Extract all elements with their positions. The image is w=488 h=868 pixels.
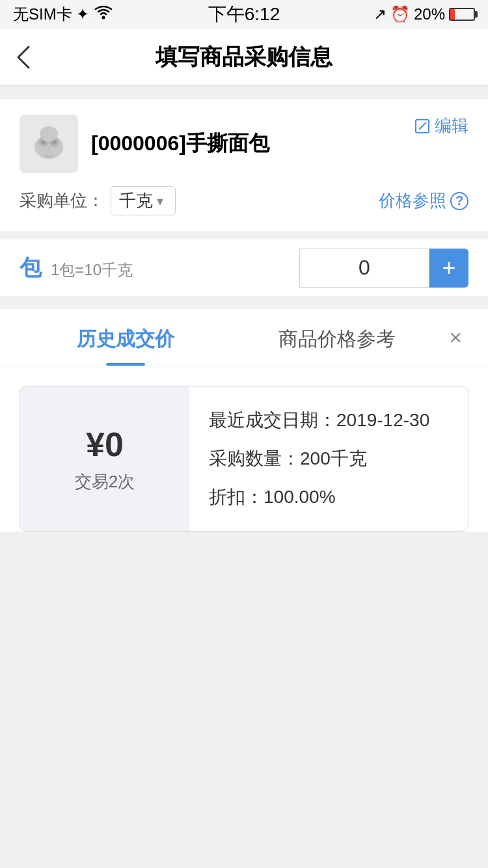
history-qty-value: 200千克 [300, 448, 367, 468]
wifi-icon [94, 5, 113, 23]
history-discount-label: 折扣： [209, 487, 264, 507]
history-trades: 交易2次 [75, 470, 135, 493]
chevron-down-icon: ▾ [157, 193, 163, 209]
svg-line-10 [424, 122, 426, 124]
qty-unit-big: 包 [20, 253, 42, 283]
product-row2: 采购单位： 千克 ▾ 价格参照 ? [20, 186, 468, 215]
product-title: 手撕面包 [186, 131, 269, 155]
battery-percent: 20% [414, 5, 445, 23]
qty-label-group: 包 1包=10千克 [20, 253, 133, 283]
product-thumbnail [20, 115, 78, 173]
status-time: 下午6:12 [208, 2, 280, 27]
carrier-text: 无SIM卡 ✦ [13, 4, 89, 25]
product-left: [0000006]手撕面包 [20, 115, 269, 173]
tab-active-indicator [106, 363, 145, 366]
status-left: 无SIM卡 ✦ [13, 4, 113, 25]
svg-line-9 [419, 124, 424, 129]
history-price: ¥0 [86, 425, 124, 464]
history-right: 最近成交日期：2019-12-30 采购数量：200千克 折扣：100.00% [189, 387, 468, 531]
tab-history-price[interactable]: 历史成交价 [20, 309, 231, 366]
svg-point-0 [102, 16, 105, 20]
product-section: [0000006]手撕面包 编辑 采购单位： 千克 ▾ [0, 99, 488, 231]
qty-plus-button[interactable]: + [429, 249, 468, 288]
back-button[interactable] [16, 44, 31, 70]
status-bar: 无SIM卡 ✦ 下午6:12 ↗ ⏰ 20% [0, 0, 488, 29]
product-id: [0000006] [91, 131, 186, 155]
svg-point-6 [40, 126, 58, 142]
tab-close-button[interactable]: × [442, 312, 468, 363]
alarm-icon: ⏰ [390, 5, 410, 23]
nav-bar: 填写商品采购信息 [0, 29, 488, 86]
qty-sub-label: 1包=10千克 [51, 260, 133, 280]
history-date-label: 最近成交日期： [209, 410, 336, 430]
tabs-section: 历史成交价 商品价格参考 × ¥0 交易2次 最近成交日期：2019-12-30 [0, 309, 488, 532]
qty-input-group: + [299, 249, 468, 288]
main-content: [0000006]手撕面包 编辑 采购单位： 千克 ▾ [0, 99, 488, 554]
history-discount-value: 100.00% [264, 487, 336, 507]
info-icon: ? [450, 192, 468, 210]
history-qty-row: 采购数量：200千克 [209, 444, 448, 474]
battery-icon [449, 8, 475, 21]
history-left: ¥0 交易2次 [20, 387, 189, 531]
edit-button[interactable]: 编辑 [414, 115, 468, 137]
tab-product-price-ref[interactable]: 商品价格参考 [231, 309, 442, 366]
history-date-value: 2019-12-30 [336, 410, 429, 430]
unit-label: 采购单位： 千克 ▾ [20, 186, 176, 215]
history-qty-label: 采购数量： [209, 448, 300, 468]
status-right: ↗ ⏰ 20% [373, 5, 475, 23]
unit-select[interactable]: 千克 ▾ [111, 186, 176, 215]
page-title: 填写商品采购信息 [156, 42, 332, 72]
location-icon: ↗ [373, 5, 386, 23]
product-header: [0000006]手撕面包 编辑 [20, 115, 468, 173]
product-name: [0000006]手撕面包 [91, 129, 269, 158]
quantity-input[interactable] [299, 249, 429, 288]
history-date-row: 最近成交日期：2019-12-30 [209, 406, 448, 435]
history-card: ¥0 交易2次 最近成交日期：2019-12-30 采购数量：200千克 折扣：… [20, 386, 468, 532]
history-discount-row: 折扣：100.00% [209, 483, 448, 512]
quantity-section: 包 1包=10千克 + [0, 239, 488, 296]
tabs-header: 历史成交价 商品价格参考 × [0, 309, 488, 366]
price-ref-button[interactable]: 价格参照 ? [379, 189, 468, 212]
